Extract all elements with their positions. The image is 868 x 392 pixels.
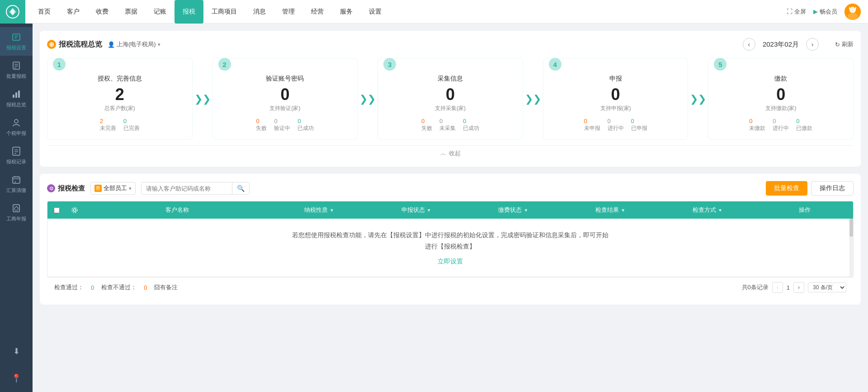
step-title-2: 验证账号密码	[266, 75, 304, 83]
member-btn[interactable]: ▶ 畅会员	[813, 8, 837, 16]
method-filter-icon: ▼	[718, 208, 722, 213]
step4-success-value: 0	[631, 118, 647, 124]
step4-stat-pending[interactable]: 0 进行中	[608, 118, 624, 132]
sidebar-item-annual-report[interactable]: 工商年报	[0, 198, 33, 227]
nav-item-home[interactable]: 首页	[30, 0, 59, 24]
nav-item-fee[interactable]: 收费	[88, 0, 117, 24]
step5-stat-success[interactable]: 0 已缴款	[796, 118, 812, 132]
step-title-3: 采集信息	[438, 75, 463, 83]
flow-location-btn[interactable]: 👤 上海(电子税局) ▾	[108, 40, 160, 48]
nav-item-settings[interactable]: 设置	[361, 0, 390, 24]
collapse-bar[interactable]: ︿ 收起	[47, 145, 854, 159]
step-arrow-4: ❯❯	[688, 93, 708, 105]
nav-item-manage[interactable]: 管理	[274, 0, 303, 24]
step4-pending-value: 0	[608, 118, 624, 124]
operation-log-button[interactable]: 操作日志	[811, 181, 854, 196]
table-empty-body: 若您想使用报税检查功能，请先在【报税设置】中进行报税的初始化设置，完成密码验证和…	[47, 219, 853, 277]
step3-stat-pending[interactable]: 0 未采集	[439, 118, 456, 132]
th-setting[interactable]	[66, 201, 84, 219]
sidebar-item-location[interactable]: 📍	[0, 365, 33, 392]
member-label: 畅会员	[820, 8, 837, 16]
sidebar-item-tax-record[interactable]: 报税记录	[0, 141, 33, 170]
th-tax[interactable]: 纳税性质 ▼	[271, 201, 368, 219]
collapse-icon: ︿	[440, 149, 446, 158]
step3-stat-success[interactable]: 0 已成功	[463, 118, 479, 132]
next-page-btn[interactable]: ›	[793, 282, 804, 293]
step4-stat-fail[interactable]: 0 未申报	[584, 118, 600, 132]
sidebar-item-batch-tax[interactable]: 批量报税	[0, 56, 33, 84]
step5-stat-pending[interactable]: 0 进行中	[773, 118, 789, 132]
nav-item-service[interactable]: 服务	[332, 0, 361, 24]
check-fail-label: 检查不通过：	[101, 283, 137, 292]
nav-item-operation[interactable]: 经营	[303, 0, 332, 24]
step2-stat-pending[interactable]: 0 验证中	[274, 118, 290, 132]
batch-check-button[interactable]: 批量检查	[766, 181, 807, 196]
step-num-4: 4	[549, 58, 561, 71]
step3-stat-fail[interactable]: 0 失败	[421, 118, 432, 132]
th-method[interactable]: 检查方式 ▼	[659, 201, 756, 219]
step-sub-5: 支持缴款(家)	[765, 105, 796, 112]
pagination: 共0条记录 ‹ 1 › 30 条/页 50 条/页 100 条/页	[742, 282, 846, 293]
step1-stat-fail[interactable]: 2 未完善	[100, 118, 116, 132]
step5-success-label: 已缴款	[796, 124, 812, 132]
step-stats-5: 0 未缴款 0 进行中 0 已缴款	[749, 118, 812, 132]
step2-stat-success[interactable]: 0 已成功	[297, 118, 314, 132]
tax-record-icon	[11, 146, 22, 157]
th-method-label: 检查方式	[693, 206, 716, 214]
step1-success-value: 0	[123, 118, 140, 124]
content-area: ⊕ 报税流程总览 👤 上海(电子税局) ▾ ‹ 2023年02月 › ↻ 刷新	[33, 24, 868, 392]
filter-chevron-icon: ▾	[129, 186, 132, 191]
sidebar-label-batch-tax: 批量报税	[6, 73, 26, 80]
step4-success-label: 已申报	[631, 124, 647, 132]
check-fail-count[interactable]: 0	[144, 284, 147, 291]
nav-item-tax[interactable]: 报税	[175, 0, 203, 24]
sidebar-label-tax-settings: 报税设置	[6, 44, 26, 51]
nav-item-business[interactable]: 工商项目	[203, 0, 245, 24]
nav-item-bookkeeping[interactable]: 记账	[146, 0, 175, 24]
sidebar-item-annual-settle[interactable]: ¥ 汇算清缴	[0, 170, 33, 198]
refresh-btn[interactable]: ↻ 刷新	[835, 40, 854, 48]
sidebar-item-personal-tax[interactable]: 个税申报	[0, 113, 33, 141]
th-pay[interactable]: 缴费状态 ▼	[465, 201, 562, 219]
svg-rect-23	[13, 177, 20, 183]
search-input[interactable]	[142, 183, 232, 194]
step2-stat-fail[interactable]: 0 失败	[256, 118, 267, 132]
step5-stat-fail[interactable]: 0 未缴款	[749, 118, 765, 132]
prev-month-btn[interactable]: ‹	[743, 38, 755, 51]
sidebar-item-tax-overview[interactable]: 报税总览	[0, 84, 33, 113]
step3-success-value: 0	[463, 118, 479, 124]
check-pass-count[interactable]: 0	[91, 284, 94, 291]
nav-item-message[interactable]: 消息	[245, 0, 274, 24]
th-result-label: 检查结果	[595, 206, 619, 214]
refresh-label: 刷新	[842, 40, 854, 48]
section-title: ⊙ 报税检查	[47, 184, 85, 193]
step-sub-3: 支持采集(家)	[435, 105, 466, 112]
th-checkbox[interactable]	[47, 201, 66, 219]
svg-rect-16	[15, 92, 17, 98]
step1-fail-value: 2	[100, 118, 116, 124]
table-footer: 检查通过： 0 检查不通过： 0 囧有备注 共0条记录 ‹ 1 › 30 条/页…	[47, 277, 854, 297]
setup-link[interactable]: 立即设置	[438, 258, 463, 266]
th-declare[interactable]: 申报状态 ▼	[368, 201, 465, 219]
fullscreen-btn[interactable]: ⛶ 全屏	[787, 8, 806, 16]
avatar[interactable]	[844, 4, 861, 20]
nav-item-client[interactable]: 客户	[59, 0, 88, 24]
scroll-thumb[interactable]	[849, 219, 853, 237]
nav-item-invoice[interactable]: 票据	[117, 0, 146, 24]
sidebar-item-tax-settings[interactable]: 报税设置	[0, 27, 33, 56]
refresh-icon: ↻	[835, 41, 840, 48]
sidebar-item-download[interactable]: ⬇	[0, 338, 33, 365]
logo[interactable]	[0, 0, 25, 24]
step4-stat-success[interactable]: 0 已申报	[631, 118, 647, 132]
flow-step-4: 4 申报 0 支持申报(家) 0 未申报 0 进行中	[543, 58, 689, 140]
sidebar-label-annual-settle: 汇算清缴	[6, 187, 26, 194]
search-button[interactable]: 🔍	[232, 182, 249, 194]
prev-page-btn[interactable]: ‹	[772, 282, 783, 293]
next-month-btn[interactable]: ›	[806, 38, 819, 51]
step-title-4: 申报	[609, 75, 622, 83]
select-all-checkbox[interactable]	[54, 207, 60, 213]
per-page-select[interactable]: 30 条/页 50 条/页 100 条/页	[808, 282, 846, 292]
step1-stat-success[interactable]: 0 已完善	[123, 118, 140, 132]
filter-select[interactable]: 图 全部员工 ▾	[90, 182, 136, 195]
th-result[interactable]: 检查结果 ▼	[562, 201, 659, 219]
